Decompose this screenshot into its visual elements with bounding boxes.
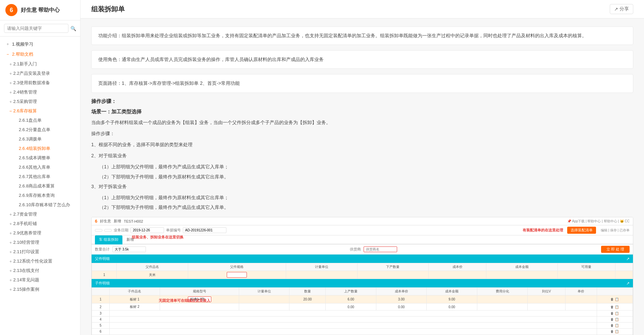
sidebar-item-inv10[interactable]: 2.6.10库存账本错了怎么办: [19, 200, 80, 210]
search-icon[interactable]: 🔍: [70, 26, 76, 31]
sim-lc-cost: 成本单价: [376, 288, 426, 295]
sidebar-item-cases[interactable]: + 2.15操作案例: [9, 285, 80, 294]
sim-upper-section-header: 父件明细 ↗: [92, 255, 633, 263]
sidebar-item-coupon[interactable]: + 2.9优惠券管理: [9, 228, 80, 238]
sidebar-item-install[interactable]: + 2.2产品安装及登录: [9, 69, 80, 78]
step2: 2、对于组装业务: [91, 152, 633, 160]
step3: 3、对于拆装业务: [91, 182, 633, 191]
sim-topbar: 6 好生意 新增 TEST-H002 📌 App下载 | 帮助中心 | 帮助中心…: [92, 217, 633, 225]
share-label: 分享: [620, 6, 629, 12]
sim-col-avail: 可用量: [557, 263, 615, 271]
search-box[interactable]: 🔍: [0, 20, 80, 37]
sim-col-parentspec: 父件规格: [188, 263, 286, 271]
sim-tab-new[interactable]: 新增: [122, 235, 138, 244]
sim-col-qty: 下产数量: [357, 263, 428, 271]
sidebar-item-faq[interactable]: + 2.14常见问题: [9, 275, 80, 285]
sim-lc-spec: 规格型号: [160, 288, 239, 295]
sim-doc-id: TEST-H002: [124, 219, 143, 223]
sidebar-item-newbie[interactable]: + 2.1新手入门: [9, 59, 80, 69]
scenario1-title: 场景一：加工类型选择: [91, 109, 633, 115]
sim-upper-table-wrapper: 父件品名 父件规格 计量单位 下产数量 成本价 成本金额 可用量: [92, 263, 633, 279]
sidebar-item-mobile[interactable]: + 2.8手机旺铺: [9, 219, 80, 228]
sidebar-item-custom[interactable]: + 2.12系统个性化设置: [9, 257, 80, 266]
sidebar-item-video[interactable]: + 1.视频学习: [0, 39, 80, 49]
sim-date-input[interactable]: [130, 227, 164, 233]
sim-btn-assembly[interactable]: [95, 229, 102, 232]
sim-col-price: 成本价: [428, 263, 486, 271]
sim-btn-process[interactable]: 立 即 处 理: [601, 246, 630, 253]
sim-top-right: 📌 App下载 | 帮助中心 | 帮助中心 | 🐱 CC: [567, 219, 630, 224]
table-row: 3🗑 📋: [92, 311, 633, 317]
share-button[interactable]: ↗ 分享: [610, 4, 633, 14]
sim-col-parentname: 父件品名: [117, 263, 188, 271]
table-row: 2 板材 2 0.00 0.00 0.00: [92, 303, 633, 311]
sim-parent-spec-input[interactable]: [227, 272, 247, 278]
sim-form-row: 数量合计 供货商 立 即 处 理: [92, 244, 633, 255]
docs-children: + 2.1新手入门 + 2.2产品安装及登录 + 2.3使用前数据准备 + 2.…: [0, 59, 80, 294]
sim-tab-bar: 车 组装拆卸 新增: [92, 235, 633, 244]
sidebar-item-print[interactable]: + 2.11打印设置: [9, 247, 80, 257]
annotation-clearance: 有装配清单的在这里处理: [523, 228, 563, 233]
sim-lower-expand[interactable]: ↗: [626, 281, 630, 286]
share-icon: ↗: [614, 6, 618, 12]
sim-lower-section-header: 子件明细 ↗: [92, 279, 633, 287]
step2-2: （2）下部明细为子件明细，最终作为原材料生成其它出库单。: [99, 173, 633, 181]
sidebar-header: 6 好生意 帮助中心: [0, 0, 80, 20]
step3-1: （1）上部明细为父件明细，最终作为原材料生成其它出库单；: [99, 193, 633, 202]
sidebar-item-inv6[interactable]: 2.6.6其他入库单: [19, 163, 80, 172]
sidebar-item-purchase[interactable]: + 2.5采购管理: [9, 97, 80, 106]
sim-supplier-input[interactable]: [364, 246, 397, 252]
sidebar-item-docs[interactable]: − 2.帮助文档: [0, 49, 80, 59]
sim-btn-select-list[interactable]: 选择装配清单: [567, 227, 596, 234]
sim-docno-label: 单据编号: [166, 228, 181, 233]
intro-text: 功能介绍：组装拆卸单用来处理企业组装或拆卸等加工业务，支持有固定装配清单的产品加…: [98, 33, 587, 38]
sidebar-item-finance[interactable]: + 2.7资金管理: [9, 210, 80, 219]
sim-lc-qty: 数量: [289, 288, 326, 295]
sidebar-item-data[interactable]: + 2.3使用前数据准备: [9, 78, 80, 88]
sim-docno-input[interactable]: [183, 227, 226, 233]
role-text: 使用角色：通常由生产人员或库管人员完成拆装业务的操作，库管人员确认原材料的出库和…: [98, 57, 324, 62]
sidebar: 6 好生意 帮助中心 🔍 + 1.视频学习 − 2.帮助文档 + 2.1新手入门…: [0, 0, 80, 335]
sidebar-item-label: 1.视频学习: [12, 41, 33, 47]
main-header: 组装拆卸单 ↗ 分享: [80, 0, 644, 18]
sim-supplier-label: 供货商: [350, 247, 361, 252]
logo: 6: [5, 4, 17, 16]
sim-lower-table: 子件品名 规格型号 计量单位 数量 上产数量 成本单价 成本金额 费用分化 到位…: [92, 287, 633, 335]
sim-logo: 6: [95, 219, 97, 224]
main: 组装拆卸单 ↗ 分享 功能介绍：组装拆卸单用来处理企业组装或拆卸等加工业务，支持…: [80, 0, 644, 335]
sidebar-item-inv8[interactable]: 2.6.8商品成本重算: [19, 181, 80, 191]
sidebar-item-inv4[interactable]: 2.6.4组装拆卸单: [19, 144, 80, 153]
sidebar-item-inv3[interactable]: 2.6.3调拨单: [19, 134, 80, 144]
sidebar-item-inv7[interactable]: 2.6.7其他出库单: [19, 172, 80, 181]
sidebar-item-ops[interactable]: + 2.10经营管理: [9, 238, 80, 247]
sim-count-input[interactable]: [112, 246, 146, 252]
plus-icon: +: [5, 42, 10, 47]
sim-lower-table-wrapper: 无固定清单可在组续在这里录入 子件品名 规格型号 计量单位 数量 上产数量 成本…: [92, 287, 633, 335]
sidebar-item-inv9[interactable]: 2.6.9库存账本查询: [19, 191, 80, 200]
sim-col-unit: 计量单位: [286, 263, 357, 271]
sidebar-item-online[interactable]: + 2.13在线支付: [9, 266, 80, 275]
sim-tab-section: 车 组装拆卸 新增 组装业务、拆卸业务在这里切换: [92, 235, 633, 244]
page-title: 组装拆卸单: [91, 5, 125, 14]
sidebar-item-inventory[interactable]: − 2.6库存核算: [9, 106, 80, 116]
sim-lower-spec-input[interactable]: [188, 296, 211, 302]
sidebar-item-inv2[interactable]: 2.6.2分量盘点单: [19, 125, 80, 134]
sim-lc-amount: 成本金额: [427, 288, 477, 295]
sim-toolbar: 业务日期 单据编号 有装配清单的在这里处理 选择装配清单 编辑 | 保存 | 已…: [92, 225, 633, 235]
sidebar-item-sales[interactable]: + 2.4销售管理: [9, 88, 80, 97]
search-input[interactable]: [4, 24, 68, 33]
sim-tab-assembly[interactable]: 车 组装拆卸: [95, 235, 122, 244]
scenario1-desc: 当由多个子件材料组装成一个成品的业务为【组装】业务，当由一个父件拆分成多个子产品…: [91, 118, 633, 127]
sim-lc-unit: 计量单位: [239, 288, 289, 295]
sim-btn-new[interactable]: [104, 229, 112, 232]
sim-count-label: 数量合计: [95, 247, 110, 252]
sim-date-label: 业务日期: [114, 228, 128, 233]
sim-lc-price: 单价: [565, 288, 597, 295]
sidebar-item-inv1[interactable]: 2.6.1盘点单: [19, 116, 80, 125]
brand-name: 好生意 帮助中心: [21, 7, 60, 14]
main-content: 功能介绍：组装拆卸单用来处理企业组装或拆卸等加工业务，支持有固定装配清单的产品加…: [80, 18, 644, 335]
sim-upper-table: 父件品名 父件规格 计量单位 下产数量 成本价 成本金额 可用量: [92, 263, 633, 279]
sidebar-item-inv5[interactable]: 2.6.5成本调整单: [19, 153, 80, 163]
sim-upper-expand[interactable]: ↗: [626, 257, 630, 261]
sim-lc-fee: 费用分化: [477, 288, 527, 295]
